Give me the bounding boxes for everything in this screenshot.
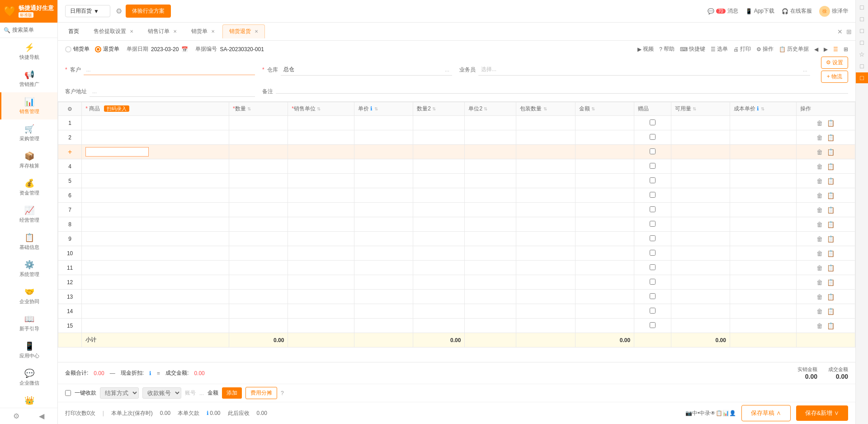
delete-icon[interactable]: 🗑 <box>816 148 823 156</box>
price-cell[interactable] <box>354 232 413 246</box>
unit-cell[interactable] <box>288 174 354 188</box>
gift-checkbox[interactable] <box>650 119 656 125</box>
unit-cell[interactable] <box>288 203 354 217</box>
price-cell[interactable] <box>354 261 413 275</box>
unit-cell[interactable] <box>288 304 354 319</box>
amount-cell[interactable] <box>575 130 634 145</box>
available-cell[interactable] <box>671 246 730 261</box>
price-cell[interactable] <box>354 203 413 217</box>
cost-cell[interactable] <box>730 174 796 188</box>
unit2-cell[interactable] <box>465 174 516 188</box>
sidebar-item-guide[interactable]: 📖 新手引导 <box>0 310 57 337</box>
sidebar-item-sales[interactable]: 📊 销售管理 <box>0 92 57 119</box>
qty2-cell[interactable] <box>413 203 465 217</box>
help-btn[interactable]: ? 帮助 <box>659 45 675 53</box>
settings-bottom-icon[interactable]: ⚙ <box>13 412 19 420</box>
qty-cell[interactable] <box>229 159 288 174</box>
app-download-item[interactable]: 📱 App下载 <box>745 7 774 15</box>
pkg-qty-cell[interactable] <box>516 217 575 232</box>
add-row-icon[interactable]: + <box>68 148 72 156</box>
delete-icon[interactable]: 🗑 <box>816 308 823 315</box>
qty2-cell[interactable] <box>413 217 465 232</box>
cost-cell[interactable] <box>730 188 796 203</box>
right-panel-icon-2[interactable]: □ <box>856 14 868 24</box>
copy-icon[interactable]: 📋 <box>827 279 835 286</box>
qty-cell[interactable] <box>229 203 288 217</box>
cost-cell[interactable] <box>730 217 796 232</box>
unit-cell[interactable] <box>288 290 354 304</box>
unit2-cell[interactable] <box>465 261 516 275</box>
settings-button[interactable]: ⚙ 设置 <box>821 57 848 69</box>
pkg-qty-cell[interactable] <box>516 145 575 159</box>
available-cell[interactable] <box>671 145 730 159</box>
pkg-qty-cell[interactable] <box>516 275 575 290</box>
price-cell[interactable] <box>354 246 413 261</box>
unit-cell[interactable] <box>288 145 354 159</box>
qty2-cell[interactable] <box>413 246 465 261</box>
copy-icon[interactable]: 📋 <box>827 119 835 127</box>
qty2-cell[interactable] <box>413 319 465 333</box>
pkg-qty-cell[interactable] <box>516 188 575 203</box>
product-cell[interactable] <box>82 159 229 174</box>
price-cell[interactable] <box>354 319 413 333</box>
th-settings[interactable]: ⚙ <box>58 102 82 116</box>
qty-cell[interactable] <box>229 130 288 145</box>
delete-icon[interactable]: 🗑 <box>816 206 823 214</box>
available-cell[interactable] <box>671 174 730 188</box>
video-btn[interactable]: ▶ 视频 <box>637 45 654 53</box>
available-cell[interactable] <box>671 203 730 217</box>
cost-cell[interactable] <box>730 304 796 319</box>
amount-cell[interactable] <box>575 174 634 188</box>
unit2-cell[interactable] <box>465 232 516 246</box>
pkg-qty-cell[interactable] <box>516 319 575 333</box>
unit-cell[interactable] <box>288 261 354 275</box>
amount-cell[interactable] <box>575 217 634 232</box>
unit2-cell[interactable] <box>465 203 516 217</box>
available-cell[interactable] <box>671 319 730 333</box>
copy-icon[interactable]: 📋 <box>827 293 835 300</box>
product-cell[interactable] <box>82 130 229 145</box>
industry-dropdown[interactable]: 日用百货 ▼ <box>65 5 110 17</box>
available-cell[interactable] <box>671 275 730 290</box>
delete-icon[interactable]: 🗑 <box>816 235 823 243</box>
save-new-button[interactable]: 保存&新增 ∨ <box>796 405 848 421</box>
qty-cell[interactable] <box>229 261 288 275</box>
tab-sales-return[interactable]: 销货退货 ✕ <box>222 24 265 38</box>
qty-cell[interactable] <box>229 246 288 261</box>
delete-icon[interactable]: 🗑 <box>816 250 823 257</box>
user-profile-item[interactable]: 徐 徐泽华 <box>819 6 848 17</box>
unit-cell[interactable] <box>288 246 354 261</box>
delete-icon[interactable]: 🗑 <box>816 163 823 170</box>
gift-cell[interactable] <box>634 319 671 333</box>
qty2-cell[interactable] <box>413 290 465 304</box>
sidebar-item-member[interactable]: 👑 畅会员 <box>0 391 57 408</box>
available-cell[interactable] <box>671 232 730 246</box>
tab-close-all-icon[interactable]: ✕ <box>837 28 843 35</box>
nav-prev-icon[interactable]: ◀ <box>814 46 818 52</box>
gift-checkbox[interactable] <box>650 235 656 241</box>
unit2-cell[interactable] <box>465 217 516 232</box>
pkg-qty-cell[interactable] <box>516 232 575 246</box>
right-panel-icon-6[interactable]: □ <box>856 61 868 71</box>
gift-cell[interactable] <box>634 116 671 130</box>
price-cell[interactable] <box>354 159 413 174</box>
th-scan-btn[interactable]: 扫码录入 <box>104 105 129 112</box>
pkg-qty-cell[interactable] <box>516 261 575 275</box>
unit2-cell[interactable] <box>465 275 516 290</box>
tab-grid-icon[interactable]: ⊞ <box>846 28 852 35</box>
sidebar-item-finance[interactable]: 💰 资金管理 <box>0 174 57 201</box>
cost-cell[interactable] <box>730 261 796 275</box>
cost-cell[interactable] <box>730 290 796 304</box>
qty-cell[interactable] <box>229 275 288 290</box>
amount-cell[interactable] <box>575 145 634 159</box>
unit-cell[interactable] <box>288 188 354 203</box>
available-cell[interactable] <box>671 261 730 275</box>
price-cell[interactable] <box>354 130 413 145</box>
gift-cell[interactable] <box>634 203 671 217</box>
copy-icon[interactable]: 📋 <box>827 163 835 170</box>
sidebar-item-enterprise[interactable]: 🤝 企业协同 <box>0 282 57 310</box>
unit2-cell[interactable] <box>465 130 516 145</box>
product-cell[interactable] <box>82 188 229 203</box>
amount-cell[interactable] <box>575 188 634 203</box>
view-list-icon[interactable]: ☰ <box>833 46 838 52</box>
